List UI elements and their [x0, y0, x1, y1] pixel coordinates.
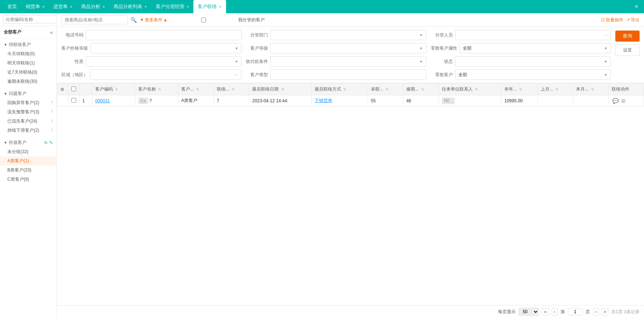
sidebar-item-churned[interactable]: 已流失客户(24) ? — [0, 117, 57, 126]
nav-customer-segment[interactable]: 客户分层经营 × — [151, 0, 193, 13]
grid-icon[interactable]: ⊞ — [621, 98, 626, 104]
filter-field-manager: 分管人员 ··· — [431, 30, 611, 40]
nav-purchase-close[interactable]: × — [70, 4, 72, 9]
contact-method-link[interactable]: 下销货单 — [315, 98, 332, 103]
help-icon-1: ? — [51, 101, 53, 105]
sort-code-icon: ⇅ — [115, 87, 118, 91]
col-this-year[interactable]: 本年... ⇅ — [501, 84, 537, 95]
price-level-select[interactable]: ▼ — [90, 43, 242, 53]
customer-type-input[interactable] — [270, 70, 426, 80]
page-size-select[interactable]: 50 100 200 — [519, 308, 539, 316]
sidebar-search-input[interactable] — [3, 15, 57, 24]
more-filter-button[interactable]: ▼ 更多条件 ▲ — [140, 17, 168, 23]
filter-row-2: 客户价格等级 ▼ 客户等级 ▼ — [61, 43, 611, 53]
col-customer-name[interactable]: 客户名称 ⇅ — [135, 84, 178, 95]
nav-sales-order[interactable]: 销货单 × — [21, 0, 49, 13]
value-refresh-icon[interactable]: ↻ — [44, 140, 48, 145]
row-customer-code[interactable]: 000031 — [92, 95, 135, 106]
nav-product-list-close[interactable]: × — [144, 4, 147, 9]
sidebar-item-tomorrow[interactable]: 明天待联络(1) — [0, 59, 57, 68]
sidebar-item-unclassified[interactable]: 未分组(32) — [0, 147, 57, 156]
customer-table: ⚙ 客户编码 ⇅ 客户名称 ⇅ — [57, 83, 644, 106]
nav-product-analysis-list[interactable]: 商品分析列表 × — [109, 0, 151, 13]
payment-arrow: ▼ — [419, 60, 423, 64]
query-button[interactable]: 查询 — [615, 31, 640, 42]
dept-select[interactable]: ▼ — [270, 30, 426, 40]
sidebar-item-class-c[interactable]: C类客户(6) — [0, 175, 57, 184]
export-button[interactable]: ↗ 导出 — [626, 17, 640, 23]
col-unit-contact[interactable]: 往来单位联系人 ⇅ — [439, 84, 501, 95]
col-overdue[interactable]: 逾期... ⇅ — [403, 84, 439, 95]
my-customer-checkbox-label[interactable]: 我分管的客户 — [171, 17, 265, 23]
filter-search-icon[interactable]: 🔍 — [130, 17, 137, 23]
nav-home[interactable]: 首页 — [3, 0, 21, 13]
payment-select[interactable]: ▼ — [270, 56, 426, 67]
message-icon[interactable]: 💬 — [612, 98, 619, 104]
last-page-button[interactable]: » — [602, 308, 609, 315]
sidebar-section-value-title[interactable]: ▼ 价值客户 ↻ ✎ — [0, 138, 57, 147]
bulk-operation-button[interactable]: ☑ 批量操作 — [601, 17, 623, 23]
unit-contact-tag: RE . — [442, 98, 455, 104]
col-last-month[interactable]: 上月... ⇅ — [537, 84, 573, 95]
advanced-filter-panel: 电话号码 分管部门 ▼ — [57, 27, 644, 83]
sidebar-item-today[interactable]: 今天待联络(0) — [0, 49, 57, 59]
row-this-month — [573, 95, 608, 106]
nature-label: 性质 — [61, 59, 83, 65]
customer-level-select[interactable]: ▼ — [270, 43, 426, 53]
window-close-button[interactable]: × — [632, 3, 641, 10]
sidebar-section-problem-title[interactable]: ▼ 问题客户 — [0, 89, 57, 98]
search-input[interactable] — [61, 15, 128, 24]
sort-type-icon: ⇅ — [196, 87, 199, 91]
sidebar-item-class-a[interactable]: A类客户(1) — [0, 156, 57, 166]
nav-product-analysis[interactable]: 商品分析 × — [77, 0, 109, 13]
phone-input[interactable] — [86, 30, 242, 40]
select-all-checkbox[interactable] — [71, 86, 76, 91]
manager-select[interactable]: ··· — [455, 30, 611, 40]
col-no-contact[interactable]: 未联... ⇅ — [368, 84, 403, 95]
next-page-button[interactable]: › — [593, 308, 599, 315]
nature-arrow: ▼ — [235, 60, 238, 64]
sidebar-item-class-b[interactable]: B类客户(33) — [0, 166, 57, 175]
sidebar-item-declining[interactable]: 持续下滑客户(2) ? — [0, 126, 57, 135]
table-header-row: ⚙ 客户编码 ⇅ 客户名称 ⇅ — [57, 84, 644, 95]
status-arrow: ▼ — [604, 60, 608, 64]
nav-product-analysis-close[interactable]: × — [103, 4, 105, 9]
page-number-input[interactable] — [568, 308, 583, 315]
scatter-select[interactable]: 全部 ▼ — [455, 70, 611, 80]
region-select[interactable]: ··· — [90, 70, 242, 80]
col-contact[interactable]: 联络... ⇅ — [214, 84, 249, 95]
row-gear — [57, 95, 68, 106]
region-label: 区域（地区） — [61, 72, 88, 78]
row-checkbox[interactable] — [71, 98, 76, 103]
sort-date-icon: ⇅ — [281, 87, 284, 91]
col-customer-type[interactable]: 客户... ⇅ — [178, 84, 214, 95]
prev-page-button[interactable]: ‹ — [552, 308, 558, 315]
sidebar-item-churn-warning[interactable]: 流失预警客户(3) ? — [0, 107, 57, 117]
row-last-contact-method[interactable]: 下销货单 — [312, 95, 368, 106]
sidebar-item-repurchase-abnormal[interactable]: 回购异常客户(2) ? — [0, 98, 57, 107]
sidebar-item-overdue[interactable]: 逾期未联络(30) — [0, 77, 57, 86]
nav-contact-close[interactable]: × — [219, 4, 221, 9]
status-select[interactable]: ▼ — [455, 56, 611, 67]
nav-segment-close[interactable]: × — [187, 4, 189, 9]
more-filter-arrow: ▲ — [163, 17, 168, 22]
col-last-contact-date[interactable]: 最后联络日期 ⇅ — [249, 84, 312, 95]
nature-select[interactable]: ▼ — [86, 56, 242, 67]
nav-customer-contact[interactable]: 客户联络 × — [193, 0, 226, 13]
nav-sales-order-close[interactable]: × — [42, 4, 44, 9]
customer-code-link[interactable]: 000031 — [95, 98, 110, 103]
sidebar-section-pending-title[interactable]: ▼ 待联络客户 — [0, 40, 57, 49]
sidebar-item-7days[interactable]: 近7天待联络(0) — [0, 68, 57, 77]
my-customer-checkbox[interactable] — [171, 18, 237, 22]
value-edit-icon[interactable]: ✎ — [49, 140, 53, 145]
nav-purchase-order[interactable]: 进货单 × — [49, 0, 76, 13]
first-page-button[interactable]: « — [542, 308, 549, 315]
col-last-contact-method[interactable]: 最后联络方式 ⇅ — [312, 84, 368, 95]
sidebar-collapse-icon[interactable]: « — [50, 29, 53, 35]
col-gear[interactable]: ⚙ — [57, 84, 68, 95]
col-this-month[interactable]: 本月... ⇅ — [573, 84, 608, 95]
sidebar-all-customers[interactable]: 全部客户 « — [0, 26, 57, 39]
scatter-attr-select[interactable]: 全部 ▼ — [459, 43, 611, 53]
col-customer-code[interactable]: 客户编码 ⇅ — [92, 84, 135, 95]
settings-button[interactable]: 设置 — [615, 45, 640, 56]
